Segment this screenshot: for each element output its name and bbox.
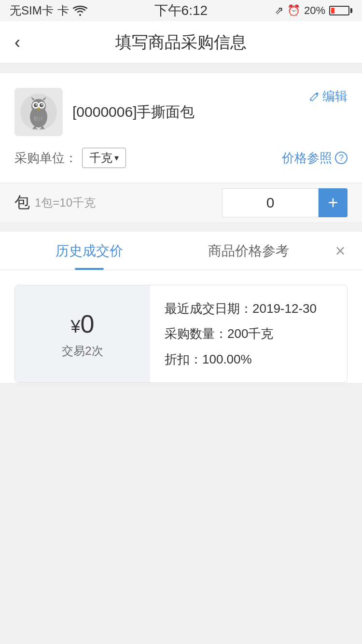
main-content-area [0, 397, 362, 644]
product-card: 数计 [0000006]手撕面包 编辑 采购单位： 千克 ▾ 价格参照 [0, 73, 362, 182]
product-name: [0000006]手撕面包 [72, 102, 195, 122]
edit-icon [309, 91, 320, 102]
transaction-count: 交易2次 [62, 343, 103, 359]
sim-icon: 卡 [57, 3, 69, 18]
price-right-panel: 最近成交日期：2019-12-30 采购数量：200千克 折扣：100.00% [150, 285, 347, 382]
unit-char: 包 [14, 192, 30, 213]
status-bar: 无SIM卡 卡 下午6:12 ⇗ ⏰ 20% [0, 0, 362, 21]
alarm-icon: ⏰ [287, 4, 300, 17]
svg-text:数计: 数计 [34, 116, 43, 121]
product-left: 数计 [0000006]手撕面包 [14, 88, 195, 136]
price-reference-button[interactable]: 价格参照 ? [282, 150, 348, 167]
status-right: ⇗ ⏰ 20% [275, 4, 352, 17]
recent-date-row: 最近成交日期：2019-12-30 [165, 300, 333, 317]
svg-point-9 [36, 104, 37, 106]
status-left: 无SIM卡 卡 [10, 3, 87, 18]
page-title: 填写商品采购信息 [43, 31, 319, 54]
product-image: 数计 [14, 88, 63, 136]
quantity-control: 0 + [222, 188, 348, 217]
quantity-plus-button[interactable]: + [319, 188, 348, 217]
back-button[interactable]: ‹ [14, 32, 43, 53]
tab-product-price-ref[interactable]: 商品价格参考 [169, 232, 328, 270]
tab-section: 历史成交价 商品价格参考 × ¥0 交易2次 最近成交日期：2019-12-30… [0, 232, 362, 383]
product-logo: 数计 [19, 93, 58, 131]
price-card: ¥0 交易2次 最近成交日期：2019-12-30 采购数量：200千克 折扣：… [14, 285, 348, 383]
tab-history-price[interactable]: 历史成交价 [10, 232, 169, 270]
product-header: 数计 [0000006]手撕面包 编辑 [14, 88, 348, 136]
tab-header: 历史成交价 商品价格参考 × [0, 232, 362, 270]
battery-percent: 20% [304, 4, 325, 17]
unit-tag[interactable]: 千克 ▾ [82, 148, 126, 168]
product-meta: 采购单位： 千克 ▾ 价格参照 ? [14, 148, 348, 168]
wifi-icon [73, 5, 87, 16]
carrier-text: 无SIM卡 [10, 3, 54, 18]
quantity-unit: 包 1包=10千克 [14, 192, 96, 213]
price-amount: ¥0 [71, 309, 95, 338]
tab-close-button[interactable]: × [328, 239, 352, 263]
location-icon: ⇗ [275, 4, 283, 17]
purchase-qty-row: 采购数量：200千克 [165, 325, 333, 342]
discount-row: 折扣：100.00% [165, 350, 333, 368]
svg-point-10 [42, 104, 43, 106]
status-time: 下午6:12 [154, 1, 208, 20]
quantity-input[interactable]: 0 [222, 188, 319, 217]
nav-bar: ‹ 填写商品采购信息 [0, 21, 362, 64]
battery-icon [329, 6, 352, 15]
unit-selector[interactable]: 采购单位： 千克 ▾ [14, 148, 126, 168]
help-icon: ? [335, 152, 348, 164]
unit-note: 1包=10千克 [35, 195, 96, 210]
price-left-panel: ¥0 交易2次 [15, 285, 150, 382]
unit-label: 采购单位： [14, 150, 77, 167]
quantity-row: 包 1包=10千克 0 + [0, 183, 362, 222]
edit-button[interactable]: 编辑 [309, 88, 348, 105]
